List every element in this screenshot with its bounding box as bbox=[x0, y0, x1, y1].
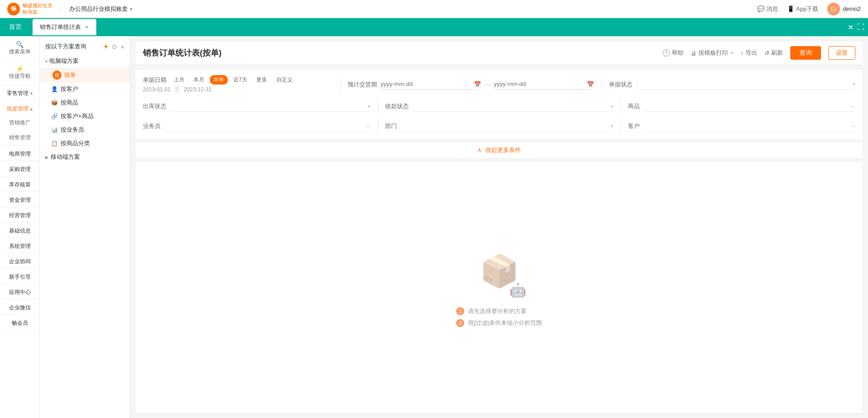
content-area: 按以下方案查询 + ⊙ « ▾ 电脑端方案 按 按单 bbox=[40, 36, 868, 418]
company-selector[interactable]: 办公用品行业模拟账套 ▾ bbox=[69, 5, 132, 13]
sidebar-item-membership[interactable]: 畅会员 bbox=[0, 315, 39, 330]
sidebar-item-onboarding[interactable]: 新手引导 bbox=[0, 269, 39, 284]
shortcut-more[interactable]: 更多 bbox=[253, 75, 271, 85]
salesperson-more-icon[interactable]: ··· bbox=[366, 123, 370, 129]
tree-group-pc: ▾ 电脑端方案 按 按单 👤 按客户 📦 按商品 bbox=[40, 54, 130, 150]
settings-scheme-icon[interactable]: ⊙ bbox=[112, 43, 117, 50]
product-more-icon[interactable]: ··· bbox=[851, 103, 855, 109]
department-select[interactable]: ▾ bbox=[401, 121, 613, 132]
empty-illustration-container: 📦 🤖 bbox=[472, 244, 526, 298]
by-order-label: 按单 bbox=[64, 71, 76, 79]
sidebar-item-app-center[interactable]: 应用中心 bbox=[0, 284, 39, 299]
sidebar-item-purchase[interactable]: 采购管理 bbox=[0, 161, 39, 176]
tab-bar-right: ✕ ⛶ bbox=[848, 23, 868, 32]
tree-group-mobile-header[interactable]: ▶ 移动端方案 bbox=[40, 150, 130, 164]
help-icon: ? bbox=[663, 49, 670, 57]
tree-item-by-salesperson[interactable]: 📊 按业务员 bbox=[40, 123, 130, 137]
export-button[interactable]: ↑ 导出 bbox=[741, 49, 758, 57]
customer-select[interactable]: ··· bbox=[643, 121, 855, 132]
sidebar-item-system[interactable]: 系统管理 bbox=[0, 238, 39, 253]
tree-chevron-mobile: ▶ bbox=[45, 155, 49, 160]
step-num-2: 2 bbox=[456, 319, 464, 327]
wholesale-label: 批发管理 ▴ bbox=[0, 100, 39, 115]
sidebar-sub-marketing[interactable]: 营销推广 bbox=[0, 115, 39, 130]
maximize-icon[interactable]: ⛶ bbox=[857, 23, 864, 31]
salesperson-label: 业务员 bbox=[143, 122, 160, 130]
calendar-icon-2[interactable]: 📅 bbox=[587, 81, 594, 88]
sidebar-item-operations[interactable]: 经营管理 bbox=[0, 207, 39, 223]
tab-close-icon[interactable]: ✕ bbox=[85, 24, 89, 30]
tab-bar: 首页 销售订单统计表 ✕ ✕ ⛶ bbox=[0, 18, 868, 36]
product-icon: 📦 bbox=[51, 99, 58, 106]
setting-button[interactable]: 设置 bbox=[828, 46, 855, 60]
tree-group-pc-label: 电脑端方案 bbox=[49, 57, 79, 65]
tree-item-by-product-category[interactable]: 📋 按商品分类 bbox=[40, 137, 130, 150]
shortcut-last-month[interactable]: 上月 bbox=[170, 75, 188, 85]
app-download-label: App下载 bbox=[796, 5, 818, 13]
delivery-date-from-input[interactable] bbox=[381, 79, 474, 90]
retail-label: 零售管理 ▾ bbox=[0, 85, 39, 100]
product-select[interactable]: ··· bbox=[643, 101, 855, 112]
left-panel-title: 按以下方案查询 bbox=[45, 43, 86, 51]
username: demo2 bbox=[843, 5, 861, 12]
help-button[interactable]: ? 帮助 bbox=[663, 49, 684, 57]
hint-item-2: 2 用[过滤]条件来缩小分析范围 bbox=[456, 319, 542, 327]
close-all-tabs-icon[interactable]: ✕ bbox=[848, 23, 854, 32]
right-panel: 销售订单统计表(按单) ? 帮助 🖨 按模板打印 ▾ ↑ 导出 bbox=[130, 36, 868, 418]
step-num-1: 1 bbox=[456, 307, 464, 315]
system-label: 系统管理 bbox=[0, 238, 39, 253]
sidebar-item-enterprise-wechat[interactable]: 企业微信 bbox=[0, 299, 39, 315]
user-profile[interactable]: Ea demo2 bbox=[827, 3, 861, 15]
calendar-icon-1[interactable]: 📅 bbox=[474, 81, 481, 88]
sidebar-sub-sales-mgmt[interactable]: 销售管理 bbox=[0, 130, 39, 145]
shortcut-this-year[interactable]: 本年 bbox=[210, 75, 228, 85]
salesperson-select[interactable]: ··· bbox=[164, 121, 370, 132]
tree-group-pc-header[interactable]: ▾ 电脑端方案 bbox=[40, 54, 130, 68]
sidebar-item-retail[interactable]: 零售管理 ▾ bbox=[0, 85, 39, 100]
print-button[interactable]: 🖨 按模板打印 ▾ bbox=[691, 49, 734, 57]
tab-home[interactable]: 首页 bbox=[0, 18, 31, 36]
page-header: 销售订单统计表(按单) ? 帮助 🖨 按模板打印 ▾ ↑ 导出 bbox=[136, 42, 863, 64]
refresh-button[interactable]: ↺ 刷新 bbox=[764, 49, 783, 57]
sidebar-search[interactable]: 🔍 搜索菜单 bbox=[0, 36, 39, 61]
app-download-action[interactable]: 📱 App下载 bbox=[787, 5, 818, 13]
order-status-label: 单据状态 bbox=[609, 81, 632, 89]
collapse-label: 收起更多条件 bbox=[486, 147, 521, 153]
logo-area: 畅 畅捷通好生意 标准版 bbox=[7, 3, 52, 15]
query-button[interactable]: 查询 bbox=[790, 46, 821, 60]
left-panel: 按以下方案查询 + ⊙ « ▾ 电脑端方案 按 按单 bbox=[40, 36, 130, 418]
tree-item-by-customer[interactable]: 👤 按客户 bbox=[40, 82, 130, 96]
outbound-status-select[interactable]: ▾ bbox=[170, 101, 370, 112]
sidebar-item-cooperation[interactable]: 企业协同 bbox=[0, 253, 39, 269]
tab-sales-order-stats[interactable]: 销售订单统计表 ✕ bbox=[33, 19, 96, 35]
purchase-label: 采购管理 bbox=[0, 161, 39, 176]
delivery-date-to-input[interactable] bbox=[494, 79, 587, 90]
sidebar-item-finance[interactable]: 资金管理 bbox=[0, 192, 39, 207]
customer-more-icon[interactable]: ··· bbox=[851, 123, 855, 129]
sidebar-item-ecommerce[interactable]: 电商管理 bbox=[0, 146, 39, 161]
print-dropdown-arrow[interactable]: ▾ bbox=[731, 50, 734, 57]
tree-item-by-customer-product[interactable]: 🔗 按客户+商品 bbox=[40, 109, 130, 123]
refresh-icon: ↺ bbox=[764, 50, 769, 57]
payment-status-select[interactable]: ▾ bbox=[412, 101, 613, 112]
print-icon: 🖨 bbox=[691, 50, 697, 57]
sidebar-item-inventory[interactable]: 库存核算 bbox=[0, 176, 39, 192]
shortcut-custom[interactable]: 自定义 bbox=[273, 75, 296, 85]
tree-item-by-order[interactable]: 按 按单 bbox=[40, 68, 130, 82]
add-scheme-icon[interactable]: + bbox=[104, 43, 108, 51]
order-status-select[interactable]: ▾ bbox=[636, 79, 855, 90]
sidebar-item-basic-info[interactable]: 基础信息 bbox=[0, 223, 39, 238]
logo-text: 畅捷通好生意 标准版 bbox=[23, 3, 52, 14]
sidebar-item-wholesale[interactable]: 批发管理 ▴ 营销推广 销售管理 bbox=[0, 100, 39, 146]
collapse-panel-icon[interactable]: « bbox=[121, 43, 124, 50]
message-icon: 💬 bbox=[757, 5, 764, 12]
basic-info-label: 基础信息 bbox=[0, 223, 39, 238]
payment-status-arrow: ▾ bbox=[610, 103, 613, 109]
tree-item-by-product[interactable]: 📦 按商品 bbox=[40, 96, 130, 109]
shortcut-this-month[interactable]: 本月 bbox=[190, 75, 208, 85]
shortcut-7days[interactable]: 近7天 bbox=[230, 75, 251, 85]
date-label: 单据日期 bbox=[143, 76, 166, 84]
sidebar-quick-nav[interactable]: ⚡ 快捷导航 bbox=[0, 61, 39, 85]
message-action[interactable]: 💬 消息 bbox=[757, 5, 778, 13]
collapse-bar[interactable]: ∧ 收起更多条件 bbox=[136, 142, 863, 158]
